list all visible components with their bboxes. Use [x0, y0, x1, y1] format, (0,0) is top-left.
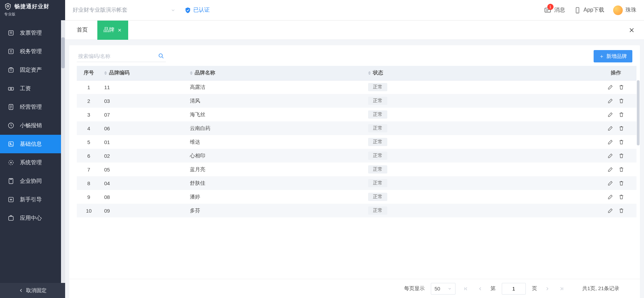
user-menu[interactable]: 珠珠: [613, 5, 636, 15]
sidebar-item-9[interactable]: 新手引导: [0, 190, 61, 209]
sidebar-unpin-button[interactable]: 取消固定: [0, 283, 65, 298]
status-badge: 正常: [368, 97, 387, 105]
cell-name: 舒肤佳: [186, 176, 365, 190]
table-row[interactable]: 705蓝月亮正常: [77, 163, 636, 176]
col-header-name[interactable]: 品牌名称: [186, 66, 365, 80]
sort-icon: [190, 71, 193, 75]
sidebar-scrollbar[interactable]: [61, 20, 65, 283]
table-row[interactable]: 203清风正常: [77, 94, 636, 108]
col-header-status[interactable]: 状态: [365, 66, 595, 80]
sidebar-item-7[interactable]: 系统管理: [0, 153, 61, 172]
arrow-left-icon: [19, 288, 24, 293]
page-suffix: 页: [532, 285, 537, 292]
status-badge: 正常: [368, 138, 387, 146]
cell-code: 11: [101, 80, 186, 94]
account-select[interactable]: 好业财专业版演示帐套: [73, 4, 175, 17]
svg-rect-14: [9, 216, 13, 220]
cell-index: 10: [77, 204, 101, 217]
add-brand-label: 新增品牌: [606, 53, 627, 60]
status-badge: 正常: [368, 83, 387, 91]
svg-rect-8: [9, 142, 13, 146]
svg-point-11: [10, 162, 11, 163]
delete-button[interactable]: [618, 84, 624, 90]
tab-brand[interactable]: 品牌: [97, 21, 128, 40]
first-page-button[interactable]: [462, 285, 470, 293]
sidebar-item-4[interactable]: 经营管理: [0, 98, 61, 116]
nav-icon: [8, 48, 14, 55]
delete-button[interactable]: [618, 166, 624, 172]
add-brand-button[interactable]: ＋ 新增品牌: [594, 50, 632, 62]
col-header-code[interactable]: 品牌编码: [101, 66, 186, 80]
sidebar-item-label: 固定资产: [20, 67, 42, 74]
edit-button[interactable]: [607, 139, 613, 145]
sidebar-item-6[interactable]: 基础信息: [0, 135, 61, 153]
per-page-select[interactable]: 50: [431, 283, 455, 295]
table-row[interactable]: 1009多芬正常: [77, 204, 636, 217]
cell-index: 3: [77, 108, 101, 121]
search-button[interactable]: [157, 52, 165, 60]
col-header-index: 序号: [77, 66, 101, 80]
tab-home[interactable]: 首页: [71, 21, 94, 40]
prev-page-button[interactable]: [476, 285, 484, 293]
last-page-button[interactable]: [558, 285, 566, 293]
cell-status: 正常: [365, 163, 595, 176]
sidebar-item-5[interactable]: 小畅报销: [0, 116, 61, 135]
tabs-row: 首页 品牌: [65, 21, 644, 40]
delete-button[interactable]: [618, 111, 624, 118]
table-row[interactable]: 307海飞丝正常: [77, 108, 636, 121]
delete-button[interactable]: [618, 153, 624, 159]
sidebar-nav: 发票管理税务管理固定资产工资经营管理小畅报销基础信息系统管理企业协同新手引导应用…: [0, 20, 61, 283]
delete-button[interactable]: [618, 125, 624, 131]
cell-status: 正常: [365, 149, 595, 163]
messages-button[interactable]: 1 消息: [544, 7, 565, 14]
edit-button[interactable]: [607, 180, 613, 186]
edit-button[interactable]: [607, 207, 613, 214]
edit-button[interactable]: [607, 84, 613, 90]
edit-button[interactable]: [607, 153, 613, 159]
svg-point-5: [10, 88, 12, 90]
table-row[interactable]: 804舒肤佳正常: [77, 176, 636, 190]
edit-button[interactable]: [607, 98, 613, 104]
table-row[interactable]: 602心相印正常: [77, 149, 636, 163]
cell-code: 06: [101, 121, 186, 135]
table-scrollbar[interactable]: [636, 80, 640, 279]
app-download-button[interactable]: App下载: [574, 7, 604, 14]
cell-status: 正常: [365, 135, 595, 149]
sidebar-item-label: 税务管理: [20, 48, 42, 55]
close-tab-icon[interactable]: [117, 28, 122, 33]
search-input[interactable]: [77, 50, 166, 62]
nav-icon: [8, 178, 14, 184]
delete-button[interactable]: [618, 194, 624, 200]
close-all-tabs-button[interactable]: [625, 23, 639, 37]
next-page-button[interactable]: [543, 285, 551, 293]
page-input[interactable]: [502, 283, 526, 295]
edit-button[interactable]: [607, 166, 613, 172]
brand-logo-icon: [4, 3, 12, 10]
table-row[interactable]: 406云南白药正常: [77, 121, 636, 135]
edit-button[interactable]: [607, 194, 613, 200]
edit-button[interactable]: [607, 125, 613, 131]
sidebar-item-2[interactable]: 固定资产: [0, 61, 61, 79]
sidebar-item-3[interactable]: 工资: [0, 79, 61, 98]
delete-button[interactable]: [618, 180, 624, 186]
nav-icon: [8, 196, 14, 203]
delete-button[interactable]: [618, 139, 624, 145]
cell-code: 08: [101, 190, 186, 204]
sidebar-item-8[interactable]: 企业协同: [0, 172, 61, 190]
table-row[interactable]: 908潘婷正常: [77, 190, 636, 204]
status-badge: 正常: [368, 193, 387, 201]
cell-status: 正常: [365, 204, 595, 217]
table-row[interactable]: 111高露洁正常: [77, 80, 636, 94]
per-page-value: 50: [435, 286, 440, 291]
sidebar-item-10[interactable]: 应用中心: [0, 209, 61, 227]
sidebar-item-0[interactable]: 发票管理: [0, 24, 61, 42]
sidebar: 畅捷通好业财 专业版 发票管理税务管理固定资产工资经营管理小畅报销基础信息系统管…: [0, 0, 65, 298]
delete-button[interactable]: [618, 207, 624, 214]
sidebar-item-1[interactable]: 税务管理: [0, 42, 61, 61]
sort-icon: [104, 71, 107, 75]
cell-status: 正常: [365, 94, 595, 108]
edit-button[interactable]: [607, 111, 613, 118]
table-row[interactable]: 501维达正常: [77, 135, 636, 149]
delete-button[interactable]: [618, 98, 624, 104]
chevron-down-icon: [171, 8, 175, 13]
